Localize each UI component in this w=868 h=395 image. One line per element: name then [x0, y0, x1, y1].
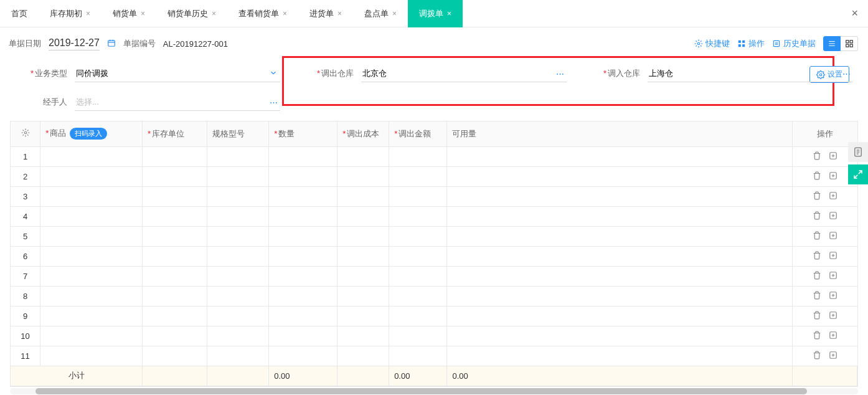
handler-input[interactable] — [75, 93, 280, 111]
tab-home[interactable]: 首页 — [0, 0, 39, 27]
cell-amount[interactable] — [389, 226, 447, 246]
cell-spec[interactable] — [207, 306, 269, 326]
chevron-down-icon[interactable] — [269, 69, 278, 79]
close-icon[interactable]: × — [337, 9, 342, 18]
grid-view-button[interactable] — [841, 36, 858, 51]
date-value[interactable]: 2019-12-27 — [49, 37, 100, 50]
close-icon[interactable]: × — [141, 9, 145, 18]
delete-row-icon[interactable] — [813, 191, 821, 202]
more-icon[interactable]: ⋯ — [842, 69, 851, 79]
cell-product[interactable] — [40, 346, 143, 366]
cell-cost[interactable] — [337, 226, 389, 246]
cell-avail[interactable] — [447, 186, 793, 206]
tab-purchase[interactable]: 进货单× — [298, 0, 353, 27]
table-row[interactable]: 5 — [11, 226, 857, 246]
tab-inventory-init[interactable]: 库存期初× — [39, 0, 101, 27]
cell-cost[interactable] — [337, 346, 389, 366]
cell-amount[interactable] — [389, 266, 447, 286]
notes-button[interactable] — [848, 142, 868, 162]
cell-unit[interactable] — [143, 326, 207, 346]
table-row[interactable]: 2 — [11, 166, 857, 186]
cell-spec[interactable] — [207, 326, 269, 346]
cell-qty[interactable] — [269, 226, 337, 246]
delete-row-icon[interactable] — [813, 271, 821, 282]
cell-cost[interactable] — [337, 206, 389, 226]
add-row-icon[interactable] — [829, 251, 837, 262]
cell-spec[interactable] — [207, 186, 269, 206]
cell-qty[interactable] — [269, 146, 337, 166]
cell-cost[interactable] — [337, 166, 389, 186]
cell-avail[interactable] — [447, 266, 793, 286]
cell-qty[interactable] — [269, 266, 337, 286]
cell-unit[interactable] — [143, 266, 207, 286]
add-row-icon[interactable] — [829, 171, 837, 182]
delete-row-icon[interactable] — [813, 211, 821, 222]
col-settings[interactable] — [11, 121, 40, 146]
cell-product[interactable] — [40, 306, 143, 326]
add-row-icon[interactable] — [829, 151, 837, 162]
calendar-icon[interactable] — [107, 39, 116, 49]
cell-cost[interactable] — [337, 326, 389, 346]
cell-qty[interactable] — [269, 166, 337, 186]
table-row[interactable]: 8 — [11, 286, 857, 306]
cell-qty[interactable] — [269, 206, 337, 226]
tab-sales-history[interactable]: 销货单历史× — [156, 0, 227, 27]
cell-product[interactable] — [40, 326, 143, 346]
table-row[interactable]: 10 — [11, 326, 857, 346]
add-row-icon[interactable] — [829, 311, 837, 321]
cell-unit[interactable] — [143, 286, 207, 306]
cell-amount[interactable] — [389, 346, 447, 366]
cell-product[interactable] — [40, 206, 143, 226]
add-row-icon[interactable] — [829, 271, 837, 282]
add-row-icon[interactable] — [829, 351, 837, 361]
cell-cost[interactable] — [337, 146, 389, 166]
more-icon[interactable]: ⋯ — [556, 69, 564, 79]
table-row[interactable]: 1 — [11, 146, 857, 166]
cell-spec[interactable] — [207, 146, 269, 166]
add-row-icon[interactable] — [829, 211, 837, 222]
cell-unit[interactable] — [143, 306, 207, 326]
cell-qty[interactable] — [269, 286, 337, 306]
cell-unit[interactable] — [143, 246, 207, 266]
cell-product[interactable] — [40, 266, 143, 286]
cell-spec[interactable] — [207, 286, 269, 306]
cell-spec[interactable] — [207, 226, 269, 246]
cell-avail[interactable] — [447, 326, 793, 346]
cell-amount[interactable] — [389, 166, 447, 186]
table-row[interactable]: 7 — [11, 266, 857, 286]
close-icon[interactable]: × — [447, 9, 451, 18]
delete-row-icon[interactable] — [813, 231, 821, 242]
scan-badge[interactable]: 扫码录入 — [70, 128, 107, 140]
cell-amount[interactable] — [389, 146, 447, 166]
cell-qty[interactable] — [269, 186, 337, 206]
delete-row-icon[interactable] — [813, 151, 821, 162]
tab-view-sales[interactable]: 查看销货单× — [227, 0, 298, 27]
cell-spec[interactable] — [207, 246, 269, 266]
close-icon[interactable]: × — [212, 9, 216, 18]
cell-unit[interactable] — [143, 206, 207, 226]
cell-amount[interactable] — [389, 206, 447, 226]
close-icon[interactable]: × — [86, 9, 90, 18]
cell-avail[interactable] — [447, 146, 793, 166]
cell-amount[interactable] — [389, 326, 447, 346]
cell-qty[interactable] — [269, 326, 337, 346]
shortcut-button[interactable]: 快捷键 — [694, 38, 730, 49]
add-row-icon[interactable] — [829, 331, 837, 341]
close-all-tabs-button[interactable]: × — [841, 7, 868, 20]
cell-product[interactable] — [40, 146, 143, 166]
delete-row-icon[interactable] — [813, 351, 821, 361]
cell-spec[interactable] — [207, 266, 269, 286]
biz-type-input[interactable] — [75, 65, 280, 82]
table-row[interactable]: 11 — [11, 346, 857, 366]
delete-row-icon[interactable] — [813, 331, 821, 341]
add-row-icon[interactable] — [829, 231, 837, 242]
table-row[interactable]: 6 — [11, 246, 857, 266]
tab-transfer[interactable]: 调拨单× — [408, 0, 463, 27]
cell-product[interactable] — [40, 166, 143, 186]
operate-button[interactable]: 操作 — [737, 38, 765, 49]
delete-row-icon[interactable] — [813, 291, 821, 302]
cell-amount[interactable] — [389, 286, 447, 306]
cell-cost[interactable] — [337, 246, 389, 266]
horizontal-scrollbar[interactable] — [10, 388, 858, 394]
cell-cost[interactable] — [337, 306, 389, 326]
